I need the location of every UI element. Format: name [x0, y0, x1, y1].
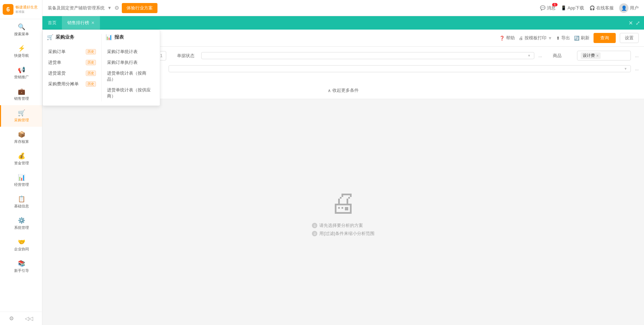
- basic-icon: 📋: [18, 195, 25, 203]
- management-icon: 📊: [18, 174, 25, 181]
- purchase-col-title: 采购业务: [56, 34, 74, 40]
- top-bar: 装备及固定资产辅助管理系统 ▼ ⚙ 体验行业方案 💬 消息 5 📱 App下载 …: [42, 0, 644, 16]
- top-bar-actions: 💬 消息 5 📱 App下载 🎧 在线客服 👤 用户: [540, 3, 639, 13]
- search-nav-icon: 🔍: [18, 23, 25, 31]
- sidebar-item-label: 企业协同: [14, 247, 29, 252]
- tab-bar: 首页 销售排行榜 ✕ ✕ ⤢: [42, 16, 644, 30]
- history-badge: 历史: [86, 60, 96, 65]
- close-window-icon[interactable]: ✕: [629, 20, 633, 26]
- headset-icon: 🎧: [589, 5, 595, 10]
- dropdown-item-goods-return[interactable]: 进货退货 历史: [47, 68, 97, 79]
- sales-icon: 💼: [18, 88, 25, 95]
- step-1-icon: ①: [312, 223, 317, 228]
- report-col-icon: 📊: [106, 34, 112, 40]
- print-template-btn[interactable]: 🖨 按模板打印 ▼: [519, 35, 552, 41]
- collapse-sidebar-icon[interactable]: ◁◁: [25, 315, 33, 322]
- dropdown-item-purchase-order[interactable]: 采购订单 历史: [47, 46, 97, 57]
- notification-btn[interactable]: 💬 消息 5: [540, 5, 556, 11]
- goods-picker[interactable]: 设计费 ×: [577, 51, 631, 60]
- sidebar-item-label: 采购管理: [14, 118, 29, 123]
- sidebar-item-inventory[interactable]: 📦 库存核算: [0, 127, 42, 148]
- report-col-header: 📊 报表: [106, 34, 156, 43]
- dropdown-item-goods-receive[interactable]: 进货单 历史: [47, 57, 97, 68]
- settings-footer-icon[interactable]: ⚙: [9, 315, 14, 322]
- sidebar-item-quicknav[interactable]: ⚡ 快捷导航: [0, 41, 42, 62]
- export-icon: ⬆: [556, 36, 560, 41]
- sidebar-item-basic[interactable]: 📋 基础信息: [0, 191, 42, 213]
- sidebar-item-sales[interactable]: 💼 销售管理: [0, 84, 42, 105]
- sidebar-item-newguide[interactable]: 📚 新手引导: [0, 256, 42, 277]
- cooperation-icon: 🤝: [18, 238, 25, 246]
- top-bar-title: 装备及固定资产辅助管理系统 ▼ ⚙ 体验行业方案: [48, 3, 540, 13]
- online-service-btn[interactable]: 🎧 在线客服: [589, 5, 614, 11]
- sidebar-item-purchase[interactable]: 🛒 采购管理: [0, 105, 42, 127]
- hint-1-text: 请先选择要分析的方案: [319, 222, 363, 229]
- tab-home[interactable]: 首页: [42, 16, 62, 30]
- gear-icon[interactable]: ⚙: [114, 5, 119, 11]
- goods-tag-close[interactable]: ×: [596, 53, 599, 58]
- dropdown-item-purchase-order-stat[interactable]: 采购订单统计表: [106, 46, 156, 57]
- dropdown-item-goods-stat-by-goods[interactable]: 进货单统计表（按商品）: [106, 68, 156, 85]
- logo-text-line1: 畅捷通好生意: [15, 5, 38, 9]
- help-icon: ❓: [499, 36, 505, 41]
- history-badge: 历史: [86, 49, 96, 54]
- sidebar-nav: 🔍 搜索菜单 ⚡ 快捷导航 📢 营销推广 💼 销售管理 🛒 采购管理 📦: [0, 19, 42, 312]
- query-btn[interactable]: 查询: [594, 33, 616, 43]
- salesman-dots[interactable]: ...: [635, 66, 639, 71]
- sidebar-item-label: 基础信息: [14, 204, 29, 209]
- empty-state: 🖨 ① 请先选择要分析的方案 ② 用[过滤]条件来缩小分析范围: [42, 99, 644, 325]
- tab-sales-ranking[interactable]: 销售排行榜 ✕: [62, 16, 100, 30]
- print-label: 按模板打印: [525, 35, 546, 41]
- refresh-label: 刷新: [581, 35, 589, 41]
- dropdown-divider: [101, 34, 102, 101]
- dropdown-arrow-icon[interactable]: ▼: [107, 5, 112, 10]
- sidebar-item-label: 新手引导: [14, 268, 29, 273]
- newguide-icon: 📚: [18, 260, 25, 267]
- sidebar-item-marketing[interactable]: 📢 营销推广: [0, 62, 42, 84]
- sidebar-item-management[interactable]: 📊 经营管理: [0, 170, 42, 191]
- refresh-icon: 🔄: [574, 36, 579, 41]
- tab-sales-ranking-label: 销售排行榜: [67, 20, 89, 26]
- user-btn[interactable]: 👤 用户: [619, 3, 639, 13]
- status-arrow-icon: ▼: [527, 54, 531, 57]
- tab-close-icon[interactable]: ✕: [91, 21, 95, 25]
- sidebar-item-finance[interactable]: 💰 资金管理: [0, 148, 42, 170]
- sidebar-item-label: 快捷导航: [14, 53, 29, 58]
- purchase-col: 🛒 采购业务 采购订单 历史 进货单 历史 进货退货 历史: [47, 34, 97, 101]
- salesman-select[interactable]: ▼: [169, 65, 631, 72]
- user-label: 用户: [630, 5, 639, 11]
- sidebar-item-search[interactable]: 🔍 搜索菜单: [0, 19, 42, 41]
- sidebar-item-cooperation[interactable]: 🤝 企业协同: [0, 234, 42, 256]
- sidebar-footer: ⚙ ◁◁: [0, 312, 42, 325]
- purchase-dropdown-menu: 🛒 采购业务 采购订单 历史 进货单 历史 进货退货 历史: [42, 30, 160, 106]
- sidebar-item-label: 库存核算: [14, 139, 29, 144]
- system-name: 装备及固定资产辅助管理系统: [48, 5, 105, 11]
- history-badge: 历史: [86, 71, 96, 76]
- logo-text-line2: 标准版: [15, 10, 38, 14]
- dropdown-item-purchase-order-exec[interactable]: 采购订单执行表: [106, 57, 156, 68]
- help-btn[interactable]: ❓ 帮助: [499, 35, 515, 41]
- dropdown-item-goods-stat-by-supplier[interactable]: 进货单统计表（按供应商）: [106, 85, 156, 101]
- status-select[interactable]: ▼: [201, 52, 534, 59]
- app-download-btn[interactable]: 📱 App下载: [561, 5, 584, 11]
- report-col-title: 报表: [114, 34, 124, 40]
- industry-btn[interactable]: 体验行业方案: [122, 3, 157, 13]
- main-content: 装备及固定资产辅助管理系统 ▼ ⚙ 体验行业方案 💬 消息 5 📱 App下载 …: [42, 0, 644, 325]
- inventory-icon: 📦: [18, 131, 25, 138]
- goods-tag: 设计费 ×: [581, 52, 601, 59]
- app-download-label: App下载: [568, 5, 584, 11]
- empty-hint-1: ① 请先选择要分析的方案: [312, 222, 363, 229]
- export-btn[interactable]: ⬆ 导出: [556, 35, 570, 41]
- tab-window-controls: ✕ ⤢: [624, 20, 644, 26]
- phone-icon: 📱: [561, 5, 566, 10]
- logo: 6 畅捷通好生意 标准版: [0, 0, 42, 19]
- maximize-window-icon[interactable]: ⤢: [636, 20, 640, 26]
- collapse-btn[interactable]: ∧ 收起更多条件: [326, 86, 360, 95]
- dropdown-item-cost-split[interactable]: 采购费用分摊单 历史: [47, 79, 97, 89]
- logo-icon: 6: [3, 4, 13, 15]
- sidebar-item-system[interactable]: ⚙️ 系统管理: [0, 213, 42, 234]
- setting-btn[interactable]: 设置: [620, 33, 639, 43]
- goods-dots[interactable]: ...: [635, 53, 639, 58]
- status-dots[interactable]: ...: [538, 53, 542, 58]
- refresh-btn[interactable]: 🔄 刷新: [574, 35, 589, 41]
